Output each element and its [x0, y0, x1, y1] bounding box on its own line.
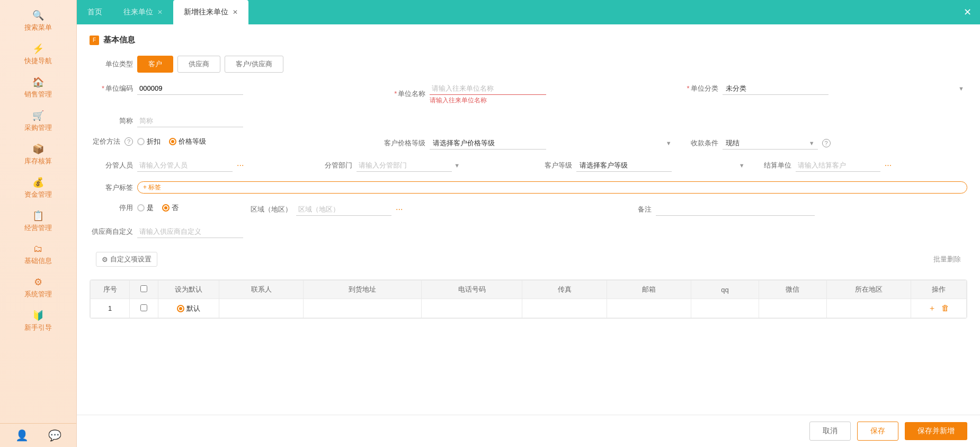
- cart-icon: 🛒: [32, 110, 44, 121]
- row-fax[interactable]: [522, 299, 607, 318]
- batch-delete-btn[interactable]: 批量删除: [933, 255, 961, 264]
- sidebar-item-search[interactable]: 🔍 搜索菜单: [0, 4, 76, 38]
- manager-content: ···: [137, 159, 309, 172]
- fax-input[interactable]: [544, 304, 586, 312]
- disabled-radio-no[interactable]: 否: [162, 203, 179, 213]
- type-btn-both[interactable]: 客户/供应商: [225, 56, 283, 73]
- row-region[interactable]: [826, 299, 911, 318]
- message-icon[interactable]: 💬: [48, 429, 61, 442]
- customer-price-level-select[interactable]: 请选择客户价格等级: [430, 137, 546, 150]
- sidebar-item-guide[interactable]: 🔰 新手引导: [0, 304, 76, 338]
- pricing-help-icon[interactable]: ?: [124, 137, 133, 146]
- disabled-radio-yes[interactable]: 是: [137, 203, 154, 213]
- tab-partners-label: 往来单位: [123, 7, 153, 17]
- manager-more-btn[interactable]: ···: [235, 161, 246, 170]
- save-new-button[interactable]: 保存并新增: [905, 422, 967, 440]
- delete-row-btn[interactable]: 🗑: [941, 303, 949, 312]
- pricing-radio-price-level[interactable]: 价格等级: [169, 137, 206, 146]
- section-title: 基本信息: [103, 35, 135, 45]
- tab-partners[interactable]: 往来单位 ✕: [113, 0, 173, 24]
- manager-input[interactable]: [137, 159, 233, 172]
- sidebar-item-label: 搜索菜单: [24, 23, 52, 32]
- wechat-input[interactable]: [777, 304, 808, 312]
- section-icon: F: [90, 36, 99, 45]
- email-input[interactable]: [628, 304, 670, 312]
- region-more-btn[interactable]: ···: [394, 205, 405, 214]
- tag-row: 客户标签 + 标签: [90, 181, 967, 194]
- gear-small-icon: ⚙: [102, 256, 108, 264]
- type-btn-customer[interactable]: 客户: [137, 56, 173, 73]
- row-wechat[interactable]: [759, 299, 826, 318]
- region-input[interactable]: [296, 203, 391, 216]
- tab-partners-close[interactable]: ✕: [157, 8, 163, 16]
- row-checkbox-input[interactable]: [140, 304, 147, 311]
- save-button[interactable]: 保存: [857, 422, 898, 441]
- user-icon[interactable]: 👤: [15, 429, 29, 442]
- sidebar-item-inventory[interactable]: 📦 库存核算: [0, 138, 76, 171]
- table-toolbar: ⚙ 自定义项设置 批量删除: [90, 248, 967, 271]
- region-input[interactable]: [848, 304, 890, 312]
- payment-help-icon[interactable]: ?: [822, 139, 831, 147]
- customize-btn-label: 自定义项设置: [110, 255, 152, 264]
- unit-category-select[interactable]: 未分类: [723, 82, 828, 95]
- payment-terms-select[interactable]: 现结: [723, 137, 818, 150]
- customize-btn[interactable]: ⚙ 自定义项设置: [96, 252, 157, 267]
- sidebar-item-label: 资金管理: [24, 190, 52, 199]
- row-contact[interactable]: [219, 299, 303, 318]
- cancel-button[interactable]: 取消: [809, 422, 851, 441]
- settlement-unit-input[interactable]: [796, 159, 880, 172]
- customer-level-select[interactable]: 请选择客户等级: [576, 159, 672, 172]
- col-checkbox: [130, 281, 158, 299]
- tab-home[interactable]: 首页: [77, 0, 113, 24]
- row-qq[interactable]: [691, 299, 759, 318]
- unit-code-input[interactable]: [137, 82, 243, 95]
- payment-terms-cell: 收款条件 现结 ▼ ?: [675, 137, 967, 150]
- sidebar-item-finance[interactable]: 💰 资金管理: [0, 171, 76, 205]
- chevron-down-icon: ▼: [666, 140, 672, 146]
- supplier-custom-input[interactable]: [137, 225, 243, 238]
- customer-price-level-wrap: 请选择客户价格等级 ▼: [430, 137, 674, 150]
- sidebar-item-purchase[interactable]: 🛒 采购管理: [0, 104, 76, 138]
- row-phone[interactable]: [421, 299, 522, 318]
- qq-input[interactable]: [709, 304, 741, 312]
- unit-code-label: *单位编码: [90, 84, 137, 93]
- window-close-btn[interactable]: ✕: [964, 6, 972, 18]
- sidebar-item-system[interactable]: ⚙ 系统管理: [0, 271, 76, 304]
- unit-category-content: 未分类 ▼: [723, 82, 967, 95]
- select-all-checkbox[interactable]: [140, 285, 147, 292]
- pricing-row: 定价方法 ? 折扣 价格等级 客户价格等级: [90, 137, 967, 150]
- customer-price-level-label: 客户价格等级: [382, 138, 430, 148]
- pricing-radio-discount[interactable]: 折扣: [137, 137, 161, 146]
- add-tag-btn[interactable]: + 标签: [137, 181, 967, 194]
- tab-new-partner[interactable]: 新增往来单位 ✕: [173, 0, 248, 24]
- phone-input[interactable]: [446, 304, 498, 312]
- money-icon: 💰: [32, 177, 44, 188]
- sidebar-item-label: 销售管理: [24, 90, 52, 99]
- settlement-unit-cell: 结算单位 ···: [748, 159, 967, 172]
- row-email[interactable]: [607, 299, 691, 318]
- short-name-row: 简称: [90, 115, 967, 127]
- unit-type-cell: 单位类型 客户 供应商 客户/供应商: [90, 56, 967, 73]
- sidebar-item-basic[interactable]: 🗂 基础信息: [0, 238, 76, 271]
- manager-label: 分管人员: [90, 161, 137, 170]
- contact-input[interactable]: [240, 304, 282, 312]
- settlement-more-btn[interactable]: ···: [883, 161, 894, 170]
- contact-table: 序号 设为默认 联系人 到货地址 电话号码 传真 邮箱 qq 微信 所在地区 操…: [90, 280, 967, 318]
- sidebar-item-shortcut[interactable]: ⚡ 快捷导航: [0, 38, 76, 71]
- type-btn-supplier[interactable]: 供应商: [177, 56, 220, 73]
- add-row-btn[interactable]: ＋: [928, 303, 936, 312]
- row-no: 1: [91, 299, 130, 318]
- sidebar-item-label: 快捷导航: [24, 56, 52, 66]
- row-address[interactable]: [304, 299, 421, 318]
- address-input[interactable]: [331, 304, 394, 312]
- department-input[interactable]: [357, 159, 452, 172]
- short-name-input[interactable]: [137, 115, 243, 127]
- remark-content: [656, 203, 968, 216]
- sidebar-item-operations[interactable]: 📋 经营管理: [0, 205, 76, 238]
- col-contact: 联系人: [219, 281, 303, 299]
- sidebar-item-sales[interactable]: 🏠 销售管理: [0, 71, 76, 104]
- row-default-radio[interactable]: 默认: [164, 304, 213, 313]
- remark-input[interactable]: [656, 203, 815, 216]
- tab-new-partner-close[interactable]: ✕: [233, 8, 238, 16]
- unit-name-input[interactable]: [430, 82, 546, 95]
